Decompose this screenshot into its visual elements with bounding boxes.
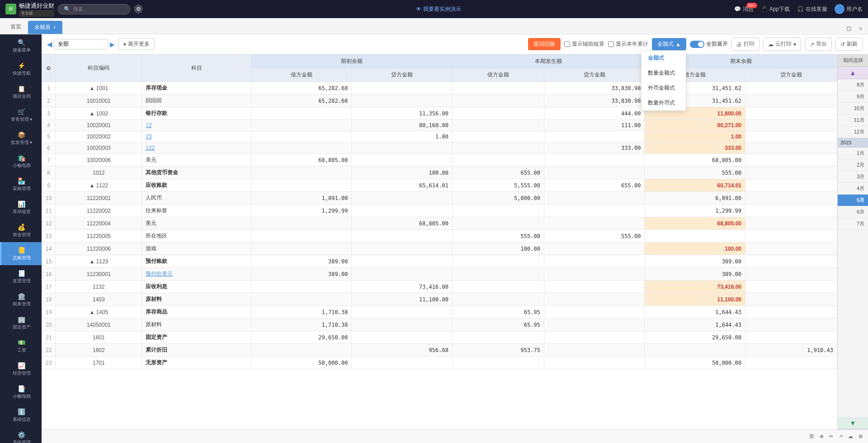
table-row: 9▲ 1122应收账款65,614.015,555.00655.0060,714… [42,179,837,192]
tab-restore-btn[interactable]: ⊡ [844,23,854,34]
tab-close-btn[interactable]: × [857,23,864,34]
period-month-item[interactable]: 7月 [838,218,868,230]
sidebar-label-ledger: 总账管理 [13,255,31,261]
period-month-item[interactable]: 8月 [838,79,868,91]
cell: 65,282.60 [251,95,352,107]
cell [544,154,645,167]
sidebar-label-reports: 小畅报销 [13,394,31,399]
period-month-item[interactable]: 6月 [838,206,868,218]
dropdown-item-foreign-amount[interactable]: 外币金额式 [642,81,686,95]
table-row: 4100200011280,160.00111.0080,271.00 [42,120,837,131]
sidebar-item-project[interactable]: 📋 项目合同 [0,81,42,104]
sidebar-item-basic[interactable]: ℹ️ 基础信息 [0,404,42,427]
download-button[interactable]: 📱 App下载 [761,5,790,13]
period-nav-up-btn[interactable]: ▲ [838,67,868,79]
row-name-9: 人民币 [142,192,251,205]
status-cloud[interactable]: ☁ [848,433,853,439]
tab-close-icon[interactable]: × [53,25,56,30]
status-edit[interactable]: ✏ [829,433,833,439]
row-code-15: 11230001 [56,268,142,281]
period-month-item[interactable]: 5月 [838,195,868,206]
period-month-item[interactable]: 10月 [838,103,868,114]
message-button[interactable]: 💬 消息 99+ [734,5,754,13]
table-settings-col[interactable]: ⚙ [42,55,56,82]
cell [544,205,645,217]
service-label: 在线客服 [806,5,827,13]
filter-input[interactable] [54,39,108,50]
status-lang[interactable]: 英 [809,433,814,440]
export-btn[interactable]: ↗ 导出 [805,38,832,51]
tab-home[interactable]: 首页 [4,20,28,34]
period-month-item[interactable]: 9月 [838,91,868,103]
sidebar-item-reports[interactable]: 📑 小畅报销 [0,381,42,404]
cloud-print-icon: ☁ [768,41,774,48]
sidebar-item-system[interactable]: ⚙️ 系统管理 [0,427,42,443]
cell: 389.00 [251,268,352,281]
period-nav-down-btn[interactable]: ▼ [838,417,868,429]
settings-icon[interactable]: ⚙ [134,5,143,14]
sidebar-item-ecommerce[interactable]: 🛍️ 小畅电商 [0,150,42,173]
row-num-14: 15 [42,255,56,268]
cell: 29,650.00 [645,331,745,344]
project-icon: 📋 [18,85,25,92]
show-ytd-checkbox[interactable]: 显示本年累计 [608,40,648,48]
cell [452,281,544,293]
show-auxiliary-checkbox[interactable]: 显示辅助核算 [564,40,604,48]
period-month-item[interactable]: 4月 [838,183,868,195]
dropdown-item-qty-amount[interactable]: 数量金额式 [642,66,686,81]
sidebar-item-search[interactable]: 🔍 搜索菜单 [0,34,42,57]
auxiliary-checkbox-input[interactable] [564,41,570,47]
period-month-item[interactable]: 11月 [838,114,868,126]
sidebar-item-purchase[interactable]: 🏪 采购管理 [0,173,42,196]
ytd-checkbox-input[interactable] [608,41,614,47]
sidebar-item-salary[interactable]: 💵 工资 [0,334,42,357]
cell: 1,299.99 [645,205,745,217]
refresh-btn[interactable]: ↺ 刷新 [835,38,863,51]
cell [745,268,837,281]
sidebar-item-wholesale[interactable]: 📦 批发管理 ▾ [0,127,42,150]
sidebar-item-operations[interactable]: 📈 经营管理 [0,357,42,381]
tab-balance-sheet[interactable]: 余额表 × [28,21,62,34]
row-name-3[interactable]: 12 [142,120,251,131]
invoice-icon: 🧾 [18,270,25,277]
sidebar-item-retail[interactable]: 🛒 零售管理 ▾ [0,104,42,127]
toggle-switch-control[interactable] [690,41,704,48]
sidebar-item-capital[interactable]: 💰 资金管理 [0,219,42,242]
user-avatar[interactable]: 用户名 [835,4,863,14]
sidebar-item-invoice[interactable]: 🧾 发票管理 [0,265,42,288]
sidebar-label-invoice: 发票管理 [13,278,31,284]
breadcrumb-back-icon[interactable]: ◀ [47,41,52,48]
sidebar-item-quicknav[interactable]: ⚡ 快捷导航 [0,57,42,81]
expand-all-toggle[interactable]: 全部展开 [690,40,728,48]
sidebar-label-assets: 固定资产 [13,324,31,330]
cell [352,205,453,217]
sidebar-item-ledger[interactable]: 📒 总账管理 [0,242,42,265]
amount-style-label: 金额式 [657,40,674,48]
cloud-print-btn[interactable]: ☁ 云打印 ▾ [763,38,801,51]
period-month-item[interactable]: 3月 [838,171,868,183]
service-button[interactable]: 🎧 在线客服 [797,5,827,13]
sidebar-item-assets[interactable]: 🏢 固定资产 [0,311,42,334]
period-month-item[interactable]: 12月 [838,126,868,138]
filter-forward-icon[interactable]: ▶ [110,41,115,48]
status-grid[interactable]: ⊞ [859,433,863,439]
back-to-old-btn[interactable]: 退回旧版 [528,38,561,50]
row-name-4[interactable]: 23 [142,131,251,143]
amount-style-btn[interactable]: 金额式 ▲ [652,38,686,50]
status-link[interactable]: ↗ [839,433,843,439]
row-name-15[interactable]: 预付款美元 [142,268,251,281]
row-num-17: 18 [42,293,56,306]
status-add[interactable]: ⊕ [820,433,824,439]
print-btn[interactable]: 🖨 打印 [731,38,760,51]
dropdown-item-qty-foreign[interactable]: 数量外币式 [642,95,686,110]
sidebar-item-inventory[interactable]: 📊 库存核算 [0,196,42,219]
row-name-5[interactable]: 122 [142,143,251,154]
dropdown-item-amount[interactable]: 金额式 [642,51,686,66]
cell [251,217,352,230]
expand-more-btn[interactable]: ▾ 展开更多 [118,38,155,50]
period-month-item[interactable]: 2月 [838,159,868,171]
sidebar-item-tax[interactable]: 🏛️ 税务管理 [0,288,42,311]
demo-link[interactable]: 👁 我要看实例演示 [416,5,461,13]
search-box[interactable]: 🔍 搜索... [58,4,130,14]
period-month-item[interactable]: 1月 [838,148,868,159]
